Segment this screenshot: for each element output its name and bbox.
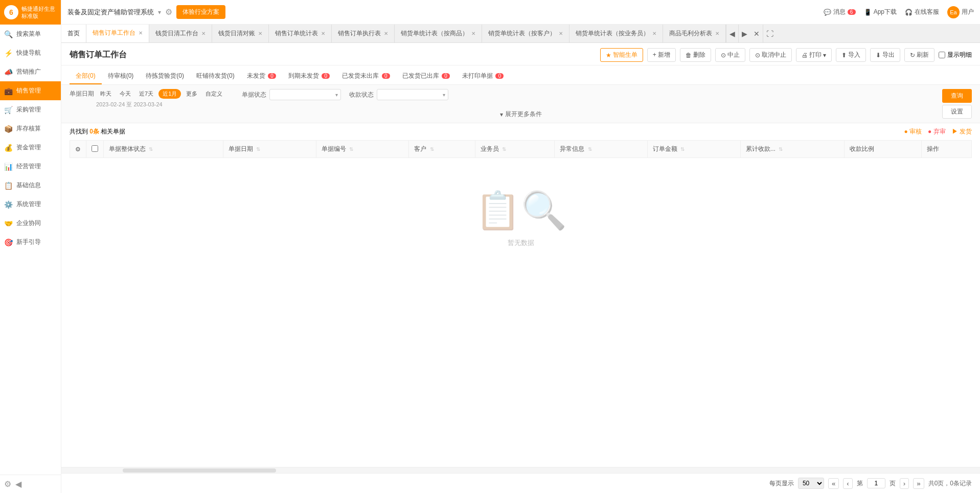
tab-home[interactable]: 首页	[61, 25, 86, 43]
query-button[interactable]: 查询	[942, 89, 972, 103]
tab-cash-reconcile-close[interactable]: ✕	[258, 31, 262, 36]
sidebar-item-basic-info[interactable]: 📋 基础信息	[0, 176, 61, 195]
tab-product-margin-close[interactable]: ✕	[715, 31, 719, 36]
sidebar-item-search[interactable]: 🔍 搜索菜单	[0, 25, 61, 43]
th-staff[interactable]: 业务员 ⇅	[475, 141, 555, 158]
th-status[interactable]: 单据整体状态 ⇅	[104, 141, 223, 158]
tab-nav-next-btn[interactable]: ▶	[738, 25, 750, 43]
system-dropdown-btn[interactable]: ▾	[158, 9, 161, 16]
th-customer[interactable]: 客户 ⇅	[409, 141, 475, 158]
sidebar-item-guide[interactable]: 🎯 新手引导	[0, 233, 61, 252]
filter-tab-shipped-not-out[interactable]: 已发货未出库 0	[336, 69, 396, 84]
app-download-button[interactable]: 📱 App下载	[864, 8, 897, 16]
export-button[interactable]: ⬇ 导出	[870, 48, 900, 62]
ship-bulk-btn[interactable]: ▶ 发货	[952, 127, 972, 136]
sidebar-item-system[interactable]: ⚙️ 系统管理	[0, 195, 61, 214]
th-ratio: 收款比例	[845, 141, 921, 158]
show-detail-toggle[interactable]: 显示明细	[939, 51, 972, 59]
filter-tab-overdue-unshipped[interactable]: 到期未发货 0	[282, 69, 336, 84]
tab-sales-order-exec-close[interactable]: ✕	[384, 31, 388, 36]
tab-sales-stats-staff[interactable]: 销货单统计表（按业务员） ✕	[569, 25, 663, 43]
industry-solution-button[interactable]: 体验行业方案	[176, 5, 225, 19]
date-shortcut-7days[interactable]: 近7天	[136, 89, 156, 99]
date-filter-row: 单据日期 昨天 今天 近7天 近1月 更多 自定义	[70, 89, 225, 99]
print-button[interactable]: 🖨 打印 ▾	[796, 48, 832, 62]
settings-footer-btn[interactable]: ⚙	[4, 479, 11, 489]
sidebar-item-quick-nav[interactable]: ⚡ 快捷导航	[0, 43, 61, 62]
page-input[interactable]	[867, 478, 885, 488]
message-button[interactable]: 💬 消息 6	[824, 8, 856, 16]
sidebar-item-operation[interactable]: 📊 经营管理	[0, 157, 61, 176]
th-collected[interactable]: 累计收款... ⇅	[740, 141, 845, 158]
filter-tab-pending-review[interactable]: 待审核(0)	[102, 69, 140, 84]
tab-cash-daily[interactable]: 钱货日清工作台 ✕	[149, 25, 212, 43]
sidebar-item-sales[interactable]: 💼 销售管理	[0, 81, 61, 100]
tab-sales-stats-product-close[interactable]: ✕	[471, 31, 475, 36]
add-button[interactable]: + 新增	[647, 48, 676, 62]
online-service-button[interactable]: 🎧 在线客服	[905, 8, 939, 16]
tab-sales-order-exec[interactable]: 销售订单执行表 ✕	[332, 25, 395, 43]
tab-sales-order-close[interactable]: ✕	[139, 30, 143, 36]
tab-sales-order-stats-close[interactable]: ✕	[321, 31, 325, 36]
th-settings[interactable]: ⚙	[70, 141, 86, 158]
refresh-button[interactable]: ↻ 刷新	[904, 48, 935, 62]
horizontal-scrollbar[interactable]	[61, 467, 980, 473]
filter-setting-button[interactable]: 设置	[942, 105, 972, 119]
sidebar-item-purchase[interactable]: 🛒 采购管理	[0, 100, 61, 119]
sidebar-item-marketing[interactable]: 📣 营销推广	[0, 62, 61, 81]
cancel-review-bulk-btn[interactable]: ● 弃审	[928, 127, 946, 136]
date-shortcut-yesterday[interactable]: 昨天	[97, 89, 115, 99]
page-size-select[interactable]: 20 50 100	[798, 478, 824, 489]
filter-tab-shipped-out[interactable]: 已发货已出库 0	[396, 69, 456, 84]
select-all-checkbox[interactable]	[92, 145, 98, 152]
cancel-stop-button[interactable]: ⊙ 取消中止	[749, 48, 792, 62]
tab-cash-reconcile[interactable]: 钱货日清对账 ✕	[212, 25, 269, 43]
show-detail-checkbox[interactable]	[939, 52, 945, 58]
tab-nav-prev-btn[interactable]: ◀	[726, 25, 738, 43]
scroll-thumb[interactable]	[123, 468, 276, 473]
next-page-btn[interactable]: ›	[900, 478, 909, 489]
th-abnormal[interactable]: 异常信息 ⇅	[555, 141, 648, 158]
date-shortcut-more[interactable]: 更多	[183, 89, 200, 99]
tab-sales-order-stats[interactable]: 销售订单统计表 ✕	[269, 25, 332, 43]
user-menu-button[interactable]: Ea 用户	[947, 6, 974, 18]
first-page-btn[interactable]: «	[828, 478, 839, 489]
smart-create-button[interactable]: ★ 智能生单	[600, 48, 643, 62]
stop-button[interactable]: ⊙ 中止	[715, 48, 745, 62]
filter-tab-pending-inspect[interactable]: 待拣货验货(0)	[140, 69, 190, 84]
tab-product-margin[interactable]: 商品毛利分析表 ✕	[663, 25, 726, 43]
date-shortcut-today[interactable]: 今天	[117, 89, 134, 99]
status-select[interactable]	[269, 89, 341, 100]
th-check[interactable]	[86, 141, 104, 158]
tab-sales-stats-customer-close[interactable]: ✕	[559, 31, 563, 36]
th-amount[interactable]: 订单金额 ⇅	[648, 141, 741, 158]
tab-maximize-btn[interactable]: ⛶	[763, 25, 777, 43]
review-bulk-btn[interactable]: ● 审核	[904, 127, 922, 136]
tab-sales-order[interactable]: 销售订单工作台 ✕	[86, 25, 149, 43]
filter-tab-unprinted[interactable]: 未打印单据 0	[456, 69, 510, 84]
th-date[interactable]: 单据日期 ⇅	[223, 141, 316, 158]
filter-tab-wangpu[interactable]: 旺铺待发货(0)	[190, 69, 241, 84]
payment-select[interactable]	[377, 89, 448, 100]
filter-tabs: 全部(0) 待审核(0) 待拣货验货(0) 旺铺待发货(0) 未发货 0 到期未…	[61, 65, 980, 85]
prev-page-btn[interactable]: ‹	[843, 478, 852, 489]
import-button[interactable]: ⬆ 导入	[836, 48, 866, 62]
topbar-gear-icon[interactable]: ⚙	[165, 7, 172, 17]
sidebar-item-inventory[interactable]: 📦 库存核算	[0, 119, 61, 138]
expand-filter-btn[interactable]: ▾ 展开更多条件	[500, 110, 542, 119]
date-shortcut-custom[interactable]: 自定义	[202, 89, 225, 99]
tab-sales-stats-customer[interactable]: 销货单统计表（按客户） ✕	[482, 25, 569, 43]
date-shortcut-1month[interactable]: 近1月	[158, 89, 181, 99]
tab-sales-stats-staff-close[interactable]: ✕	[652, 31, 656, 36]
tab-sales-stats-product[interactable]: 销货单统计表（按商品） ✕	[395, 25, 482, 43]
filter-tab-unshipped[interactable]: 未发货 0	[241, 69, 282, 84]
tab-cash-daily-close[interactable]: ✕	[201, 31, 206, 36]
delete-button[interactable]: 🗑 删除	[680, 48, 711, 62]
sidebar-item-finance[interactable]: 💰 资金管理	[0, 138, 61, 157]
filter-tab-all[interactable]: 全部(0)	[70, 69, 102, 84]
sidebar-item-enterprise[interactable]: 🤝 企业协同	[0, 214, 61, 233]
th-number[interactable]: 单据编号 ⇅	[316, 141, 409, 158]
collapse-sidebar-btn[interactable]: ◀	[15, 479, 21, 489]
tab-close-all-btn[interactable]: ✕	[750, 25, 763, 43]
last-page-btn[interactable]: »	[913, 478, 924, 489]
